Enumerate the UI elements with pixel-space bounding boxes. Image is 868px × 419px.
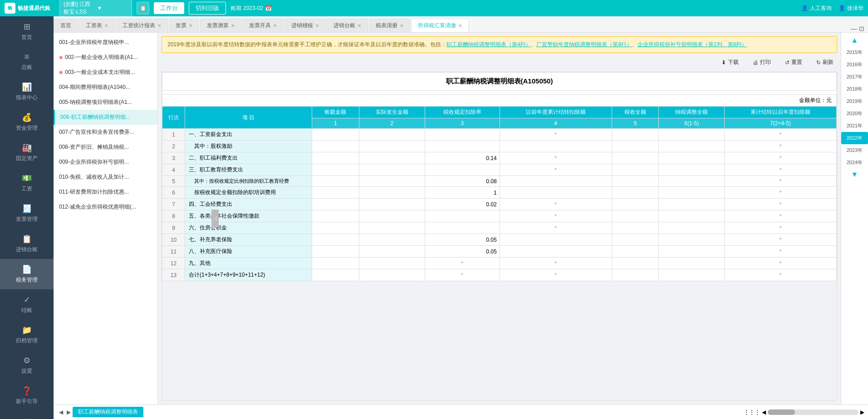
warning-link-1[interactable]: 职工薪酬纳税调整明细表（第4列）: [446, 41, 531, 48]
company-selector[interactable]: (勿删) 江西般宝-LSS ▼: [59, 0, 132, 18]
year-down-btn[interactable]: ▼: [849, 169, 860, 180]
sidebar-item-member[interactable]: ★ 畅会员: [0, 411, 54, 419]
form-item-010[interactable]: 010-免税、减收收入及加计...: [54, 170, 157, 185]
form-item-002[interactable]: ⊗ 002-一般企业收入明细表(A1...: [54, 50, 157, 65]
sidebar-item-salary[interactable]: 💵 工资: [0, 168, 54, 198]
sidebar-item-fund[interactable]: 💰 资金管理: [0, 107, 54, 137]
tab-verify[interactable]: 进销稽核 ✕: [284, 19, 326, 32]
work-button[interactable]: 工作台: [154, 2, 184, 14]
form-item-011[interactable]: 011-研发费用加计扣除优惠...: [54, 185, 157, 200]
row-8-c1[interactable]: [312, 152, 359, 164]
sidebar-item-close[interactable]: ✓ 结账: [0, 289, 54, 320]
row-7-c6[interactable]: [659, 141, 725, 152]
tab-invoice-calc-close[interactable]: ✕: [231, 23, 235, 28]
tab-salary-report[interactable]: 工资统计报表 ✕: [116, 19, 168, 32]
row-7-c3[interactable]: [425, 141, 500, 152]
row-12-c5[interactable]: [612, 199, 659, 210]
year-2017[interactable]: 2017年: [841, 71, 868, 83]
row-18-c6[interactable]: [659, 269, 725, 281]
row-17-c6[interactable]: [659, 258, 725, 269]
sidebar-item-asset[interactable]: 🏭 固定资产: [0, 137, 54, 168]
tab-invoice-issue[interactable]: 发票开具 ✕: [242, 19, 284, 32]
row-10-c4[interactable]: [500, 176, 612, 187]
row-7-c1[interactable]: [312, 141, 359, 152]
row-18-c2[interactable]: [359, 269, 425, 281]
row-12-c1[interactable]: [312, 199, 359, 210]
sheet-options-icon[interactable]: ⋮⋮⋮: [744, 409, 760, 415]
row-15-c2[interactable]: [359, 234, 425, 246]
sheet-scroll-right-btn[interactable]: ▶: [860, 409, 864, 415]
row-10-c2[interactable]: [359, 176, 425, 187]
row-14-c5[interactable]: [612, 222, 659, 234]
row-9-c3[interactable]: [425, 164, 500, 176]
service-btn[interactable]: 👤 人工客询: [801, 5, 832, 12]
warning-link-3[interactable]: 企业所得税弥补亏损明细表（第2列、第8列）: [638, 41, 747, 48]
row-9-c6[interactable]: [659, 164, 725, 176]
tab-invoice[interactable]: 发票 ✕: [169, 19, 199, 32]
tab-invoice-close[interactable]: ✕: [189, 23, 192, 28]
row-16-c6[interactable]: [659, 246, 725, 258]
tab-home[interactable]: 首页: [54, 19, 78, 32]
form-item-009[interactable]: 009-企业所得税弥补亏损明...: [54, 155, 157, 170]
sidebar-item-tax[interactable]: 📄 税务管理: [0, 259, 54, 289]
row-15-c6[interactable]: [659, 234, 725, 246]
sidebar-item-home[interactable]: ⊞ 首页: [0, 16, 54, 47]
row-14-c3[interactable]: [425, 222, 500, 234]
row-15-c4[interactable]: [500, 234, 612, 246]
row-11-c6[interactable]: [659, 187, 725, 199]
print-btn[interactable]: 🖨 打印: [749, 57, 775, 68]
calendar-icon[interactable]: 📋: [137, 2, 149, 15]
year-2018[interactable]: 2018年: [841, 83, 868, 95]
row-12-c2[interactable]: [359, 199, 425, 210]
old-version-button[interactable]: 切到旧版: [189, 2, 226, 15]
row-8-c5[interactable]: [612, 152, 659, 164]
row-9-c1[interactable]: [312, 164, 359, 176]
tab-minimize-btn[interactable]: —: [851, 25, 857, 32]
sidebar-item-guide[interactable]: ❓ 新手引导: [0, 380, 54, 411]
tab-salary-report-close[interactable]: ✕: [157, 23, 161, 28]
year-2022[interactable]: 2022年: [841, 132, 868, 144]
tab-tax-book[interactable]: 税表清册 ✕: [369, 19, 410, 32]
form-item-008[interactable]: 008-资产折旧、摊销及纳税...: [54, 140, 157, 155]
row-15-c1[interactable]: [312, 234, 359, 246]
sidebar-item-report[interactable]: 📊 报表中心: [0, 77, 54, 107]
row-14-c2[interactable]: [359, 222, 425, 234]
row-11-c5[interactable]: [612, 187, 659, 199]
sheet-tab-active[interactable]: 职工薪酬纳税调整明细表: [73, 407, 143, 417]
sidebar-item-invoice[interactable]: 🧾 发票管理: [0, 198, 54, 229]
sidebar-item-settings[interactable]: ⚙ 设置: [0, 350, 54, 380]
form-item-007[interactable]: 007-广告宣传和业务宣传费弄...: [54, 125, 157, 140]
form-item-005[interactable]: 005-纳税调整项目明细表(A1...: [54, 95, 157, 110]
horizontal-scrollbar[interactable]: [768, 409, 858, 415]
row-7-c4[interactable]: [500, 141, 612, 152]
row-11-c2[interactable]: [359, 187, 425, 199]
row-13-c1[interactable]: [312, 210, 359, 222]
row-14-c1[interactable]: [312, 222, 359, 234]
form-item-012[interactable]: 012-减免企业所得税优惠明细(...: [54, 200, 157, 214]
row-13-c6[interactable]: [659, 210, 725, 222]
form-item-006[interactable]: 006-职工薪酬纳税调整明细...: [54, 110, 157, 125]
tab-invoice-issue-close[interactable]: ✕: [273, 23, 277, 28]
year-2015[interactable]: 2015年: [841, 46, 868, 58]
download-btn[interactable]: ⬇ 下载: [718, 57, 742, 68]
tab-salary-sheet[interactable]: 工资表 ✕: [79, 19, 115, 32]
warning-link-2[interactable]: 广宣赞助年度纳税调整明细表（第8行）: [536, 41, 632, 48]
sheet-next-btn[interactable]: ▶: [65, 408, 73, 416]
sidebar-item-purchase[interactable]: 📋 进销台账: [0, 229, 54, 259]
year-up-btn[interactable]: ▲: [849, 34, 860, 46]
year-2024[interactable]: 2024年: [841, 156, 868, 169]
row-17-c2[interactable]: [359, 258, 425, 269]
row-16-c2[interactable]: [359, 246, 425, 258]
row-11-c4[interactable]: [500, 187, 612, 199]
row-10-c5[interactable]: [612, 176, 659, 187]
row-12-c6[interactable]: [659, 199, 725, 210]
user-btn[interactable]: 👤 徐泽华: [839, 5, 863, 12]
sheet-scroll-left-btn[interactable]: ◀: [762, 409, 766, 415]
table-container[interactable]: 职工薪酬纳税调整明细表(A105050) 金额单位：元 行次: [162, 72, 837, 401]
row-18-c1[interactable]: [312, 269, 359, 281]
row-6-c1[interactable]: [312, 129, 359, 141]
row-16-c5[interactable]: [612, 246, 659, 258]
row-6-c2[interactable]: [359, 129, 425, 141]
tab-ledger-close[interactable]: ✕: [358, 23, 361, 28]
row-9-c5[interactable]: [612, 164, 659, 176]
